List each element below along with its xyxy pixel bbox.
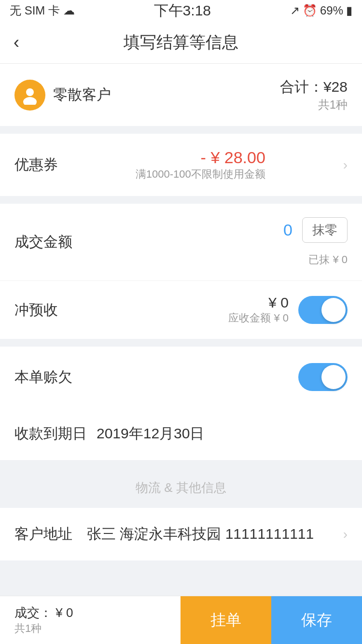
bottom-count-label: 共1种 bbox=[14, 621, 166, 636]
customer-section: 零散客户 合计：¥28 共1种 bbox=[0, 64, 362, 126]
coupon-label: 优惠券 bbox=[14, 155, 58, 175]
coupon-section[interactable]: 优惠券 - ¥ 28.00 满1000-100不限制使用金额 › bbox=[0, 134, 362, 196]
coupon-row[interactable]: 优惠券 - ¥ 28.00 满1000-100不限制使用金额 › bbox=[0, 134, 362, 196]
logistics-divider: 物流 & 其他信息 bbox=[0, 468, 362, 508]
page-title: 填写结算等信息 bbox=[124, 31, 238, 54]
battery-text: 69% bbox=[320, 4, 343, 17]
address-section[interactable]: 客户地址 张三 海淀永丰科技园 11111111111 › bbox=[0, 508, 362, 560]
coupon-right: - ¥ 28.00 满1000-100不限制使用金额 bbox=[136, 148, 265, 182]
customer-total: 合计：¥28 共1种 bbox=[280, 77, 348, 112]
svg-point-0 bbox=[26, 88, 34, 96]
prepay-label: 冲预收 bbox=[14, 300, 58, 320]
amount-section: 成交金额 0 抹零 已抹 ¥ 0 冲预收 ¥ 0 应收金额 ¥ 0 bbox=[0, 204, 362, 339]
deal-amount-right: 0 抹零 已抹 ¥ 0 bbox=[283, 217, 348, 267]
status-time: 下午3:18 bbox=[154, 1, 211, 21]
prepay-amounts: ¥ 0 应收金额 ¥ 0 bbox=[228, 294, 289, 325]
avatar bbox=[14, 80, 45, 111]
deal-amount-label: 成交金额 bbox=[14, 232, 72, 252]
deal-amount-top: 0 抹零 bbox=[283, 217, 348, 243]
customer-name: 零散客户 bbox=[53, 85, 111, 105]
coupon-value: - ¥ 28.00 bbox=[136, 148, 265, 167]
sim-text: 无 SIM 卡 ☁ bbox=[10, 3, 75, 18]
status-right: ↗ ⏰ 69% ▮ bbox=[290, 4, 352, 17]
address-chevron-icon: › bbox=[343, 527, 348, 542]
bottom-bar: 成交： ¥ 0 共1种 挂单 保存 bbox=[0, 596, 362, 644]
save-button[interactable]: 保存 bbox=[271, 596, 362, 644]
debt-row: 本单赊欠 bbox=[0, 347, 362, 407]
hang-button[interactable]: 挂单 bbox=[181, 596, 271, 644]
prepay-main-amount: ¥ 0 bbox=[228, 294, 289, 311]
address-label: 客户地址 bbox=[14, 524, 72, 544]
status-left: 无 SIM 卡 ☁ bbox=[10, 3, 75, 18]
nav-bar: ‹ 填写结算等信息 bbox=[0, 21, 362, 64]
status-bar: 无 SIM 卡 ☁ 下午3:18 ↗ ⏰ 69% ▮ bbox=[0, 0, 362, 21]
bottom-deal-label: 成交： ¥ 0 bbox=[14, 604, 166, 621]
chevron-right-icon: › bbox=[343, 157, 348, 173]
navigation-icon: ↗ bbox=[290, 4, 300, 17]
svg-point-1 bbox=[23, 97, 37, 105]
bottom-info: 成交： ¥ 0 共1种 bbox=[0, 604, 181, 636]
toggle-knob bbox=[321, 298, 346, 322]
debt-section: 本单赊欠 收款到期日 2019年12月30日 bbox=[0, 347, 362, 460]
logistics-label: 物流 & 其他信息 bbox=[136, 480, 226, 495]
due-date-label: 收款到期日 bbox=[14, 424, 87, 444]
round-zero-button[interactable]: 抹零 bbox=[302, 217, 348, 243]
customer-info: 零散客户 bbox=[14, 80, 111, 111]
back-button[interactable]: ‹ bbox=[14, 32, 19, 53]
due-date-row: 收款到期日 2019年12月30日 bbox=[0, 407, 362, 460]
deal-amount-value: 0 bbox=[283, 221, 292, 239]
battery-icon: ▮ bbox=[346, 4, 352, 17]
alarm-icon: ⏰ bbox=[303, 4, 317, 17]
debt-toggle[interactable] bbox=[298, 363, 348, 391]
prepay-right: ¥ 0 应收金额 ¥ 0 bbox=[228, 294, 348, 325]
prepay-sub-amount: 应收金额 ¥ 0 bbox=[228, 311, 289, 325]
debt-label: 本单赊欠 bbox=[14, 367, 72, 387]
debt-toggle-knob bbox=[321, 365, 346, 389]
address-value: 张三 海淀永丰科技园 11111111111 bbox=[87, 524, 343, 544]
prepay-row: 冲预收 ¥ 0 应收金额 ¥ 0 bbox=[0, 281, 362, 339]
prepay-toggle[interactable] bbox=[298, 296, 348, 324]
deal-amount-sub: 已抹 ¥ 0 bbox=[308, 252, 348, 267]
total-count: 共1种 bbox=[280, 97, 348, 112]
deal-amount-row: 成交金额 0 抹零 已抹 ¥ 0 bbox=[0, 204, 362, 281]
due-date-value: 2019年12月30日 bbox=[97, 424, 204, 444]
coupon-sub: 满1000-100不限制使用金额 bbox=[136, 167, 265, 182]
total-amount: 合计：¥28 bbox=[280, 77, 348, 97]
